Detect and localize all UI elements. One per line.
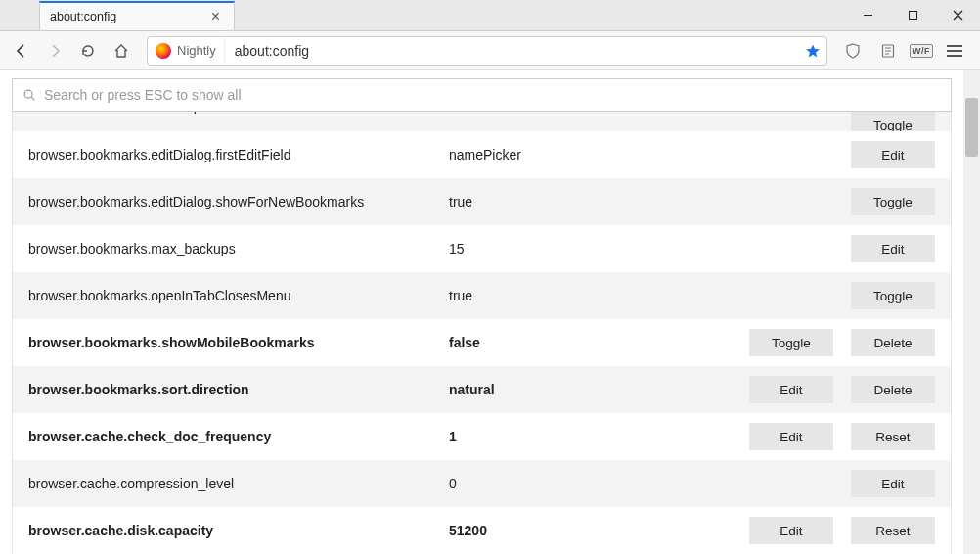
- brand-label: Nightly: [177, 43, 216, 58]
- scrollbar-thumb[interactable]: [965, 98, 978, 157]
- minimize-button[interactable]: [845, 0, 890, 29]
- close-tab-icon[interactable]: ×: [207, 8, 224, 25]
- url-text[interactable]: about:config: [225, 43, 799, 59]
- bookmark-star-icon[interactable]: [799, 37, 826, 65]
- delete-button[interactable]: Delete: [851, 329, 935, 356]
- edit-button[interactable]: Edit: [749, 517, 833, 544]
- pref-name: browser.bookmarks.editDialog.firstEditFi…: [28, 147, 449, 162]
- pref-name: browser.cache.disk.capacity: [28, 523, 449, 538]
- pref-row[interactable]: browser.bookmarks.sort.directionnaturalE…: [13, 366, 951, 413]
- window-titlebar: about:config ×: [0, 0, 980, 31]
- pref-actions: ToggleDelete: [749, 329, 935, 356]
- pref-row[interactable]: browser.cache.disk.capacity51200EditRese…: [13, 507, 951, 554]
- close-window-button[interactable]: [935, 0, 980, 29]
- toggle-button[interactable]: Toggle: [851, 188, 935, 215]
- pref-name: browser.bookmarks.autoExportHTML: [28, 112, 449, 114]
- url-bar[interactable]: Nightly about:config: [147, 36, 827, 66]
- pref-value: 1: [449, 429, 749, 444]
- pref-value: 15: [449, 241, 851, 256]
- pref-actions: Edit: [851, 141, 935, 168]
- forward-button[interactable]: [41, 37, 68, 65]
- svg-rect-1: [909, 11, 916, 19]
- pref-actions: Edit: [851, 235, 935, 262]
- toggle-button[interactable]: Toggle: [749, 329, 833, 356]
- window-controls: [845, 0, 980, 29]
- about-config-content: browser.bookmarks.autoExportHTMLfalseTog…: [0, 70, 963, 554]
- delete-button[interactable]: Delete: [851, 376, 935, 403]
- pref-name: browser.bookmarks.showMobileBookmarks: [28, 335, 449, 350]
- edit-button[interactable]: Edit: [851, 470, 935, 497]
- pref-name: browser.bookmarks.openInTabClosesMenu: [28, 288, 449, 303]
- home-button[interactable]: [108, 37, 135, 65]
- toggle-button[interactable]: Toggle: [851, 112, 935, 131]
- pref-name: browser.bookmarks.max_backups: [28, 241, 449, 256]
- pref-actions: Toggle: [851, 112, 935, 131]
- pref-value: 0: [449, 476, 851, 491]
- preference-list: browser.bookmarks.autoExportHTMLfalseTog…: [12, 112, 952, 554]
- pref-value: false: [449, 112, 851, 114]
- search-icon: [22, 88, 36, 102]
- svg-line-9: [31, 97, 34, 100]
- tab-title: about:config: [50, 10, 116, 23]
- extension-badge[interactable]: W/F: [910, 44, 933, 58]
- toolbar-right-icons: W/F: [839, 37, 972, 65]
- pref-name: browser.cache.check_doc_frequency: [28, 429, 449, 444]
- pref-value: natural: [449, 382, 749, 397]
- reset-button[interactable]: Reset: [851, 517, 935, 544]
- pref-actions: Toggle: [851, 282, 935, 309]
- search-input[interactable]: [44, 87, 941, 103]
- menu-button[interactable]: [941, 37, 968, 65]
- pref-actions: EditDelete: [749, 376, 935, 403]
- pref-row[interactable]: browser.bookmarks.editDialog.firstEditFi…: [13, 131, 951, 178]
- pref-row[interactable]: browser.bookmarks.editDialog.showForNewB…: [13, 178, 951, 225]
- maximize-button[interactable]: [890, 0, 935, 29]
- firefox-icon: [156, 43, 171, 59]
- navigation-toolbar: Nightly about:config W/F: [0, 31, 980, 70]
- reload-button[interactable]: [74, 37, 102, 65]
- pref-name: browser.cache.compression_level: [28, 476, 449, 491]
- pref-row[interactable]: browser.cache.compression_level0Edit: [13, 460, 951, 507]
- edit-button[interactable]: Edit: [851, 235, 935, 262]
- browser-tab[interactable]: about:config ×: [39, 1, 235, 30]
- pref-row[interactable]: browser.cache.check_doc_frequency1EditRe…: [13, 413, 951, 460]
- edit-button[interactable]: Edit: [851, 141, 935, 168]
- search-box[interactable]: [12, 78, 952, 112]
- edit-button[interactable]: Edit: [749, 376, 833, 403]
- pref-value: true: [449, 194, 851, 209]
- svg-point-8: [24, 90, 32, 98]
- pref-row[interactable]: browser.bookmarks.max_backups15Edit: [13, 225, 951, 272]
- reset-button[interactable]: Reset: [851, 423, 935, 450]
- pref-value: namePicker: [449, 147, 851, 162]
- pref-actions: Edit: [851, 470, 935, 497]
- vertical-scrollbar[interactable]: [963, 70, 980, 554]
- pref-row[interactable]: browser.bookmarks.autoExportHTMLfalseTog…: [13, 112, 951, 131]
- pref-actions: EditReset: [749, 517, 935, 544]
- pref-row[interactable]: browser.bookmarks.showMobileBookmarksfal…: [13, 319, 951, 366]
- pref-row[interactable]: browser.bookmarks.openInTabClosesMenutru…: [13, 272, 951, 319]
- site-identity[interactable]: Nightly: [148, 37, 225, 65]
- toggle-button[interactable]: Toggle: [851, 282, 935, 309]
- pref-name: browser.bookmarks.sort.direction: [28, 382, 449, 397]
- edit-button[interactable]: Edit: [749, 423, 833, 450]
- reader-icon[interactable]: [874, 37, 902, 65]
- pref-value: true: [449, 288, 851, 303]
- pref-actions: EditReset: [749, 423, 935, 450]
- pref-value: false: [449, 335, 749, 350]
- pref-value: 51200: [449, 523, 749, 538]
- back-button[interactable]: [8, 37, 35, 65]
- pref-actions: Toggle: [851, 188, 935, 215]
- shield-icon[interactable]: [839, 37, 867, 65]
- pref-name: browser.bookmarks.editDialog.showForNewB…: [28, 194, 449, 209]
